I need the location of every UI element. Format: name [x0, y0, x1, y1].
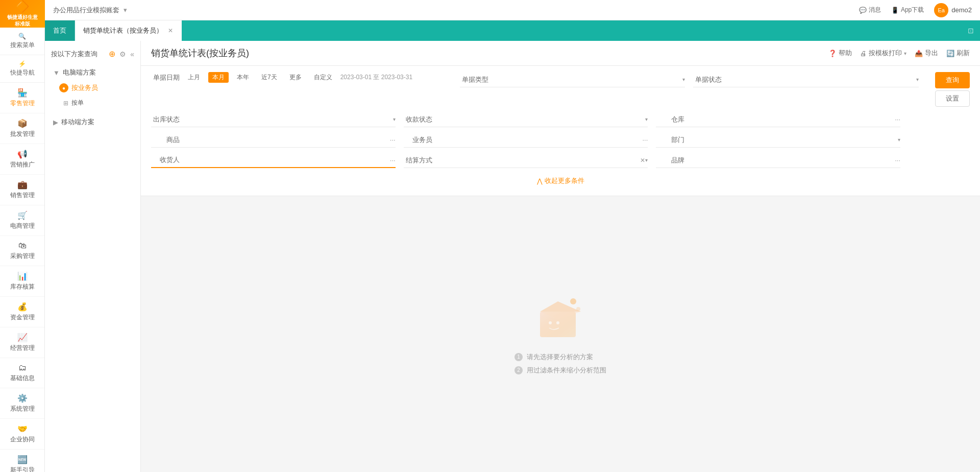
brand-filter[interactable]: 品牌 ··· — [656, 153, 900, 168]
scheme-group-desktop-title[interactable]: ▼ 电脑端方案 — [45, 65, 140, 80]
sidebar-item-newguide[interactable]: 🆕 新手引导 — [0, 450, 44, 472]
close-tab-icon[interactable]: ✕ — [168, 27, 173, 34]
receipt-label: 收款状态 — [404, 115, 432, 124]
sidebar-item-basic[interactable]: 🗂 基础信息 — [0, 358, 44, 388]
query-button[interactable]: 查询 — [935, 72, 970, 88]
page-title: 销货单统计表(按业务员) — [151, 47, 249, 59]
consignee-dots-icon[interactable]: ··· — [390, 156, 396, 164]
quicknav-label: 快捷导航 — [10, 68, 35, 77]
sidebar-item-quicknav[interactable]: ⚡ 快捷导航 — [0, 55, 44, 83]
consignee-filter[interactable]: 收货人 ··· — [151, 153, 396, 168]
export-label: 导出 — [925, 49, 938, 58]
purchase-icon: 🛍 — [18, 241, 27, 250]
help-label: 帮助 — [839, 49, 852, 58]
date-tab-custom[interactable]: 自定义 — [310, 72, 336, 83]
logo-icon: 🔶 — [15, 0, 29, 13]
scheme-group-mobile-title[interactable]: ▶ 移动端方案 — [45, 114, 140, 130]
date-tab-this-year[interactable]: 本年 — [233, 72, 253, 83]
logo-sub: 标准版 — [15, 20, 30, 28]
sidebar-item-ecommerce[interactable]: 🛒 电商管理 — [0, 205, 44, 236]
wholesale-icon: 📦 — [17, 119, 28, 128]
bill-type-filter[interactable]: 单据类型 ▾ — [460, 72, 685, 87]
add-scheme-icon[interactable]: ⊕ — [109, 49, 115, 59]
scheme-group-desktop: ▼ 电脑端方案 ● 按业务员 ⊞ 按单 — [45, 63, 140, 112]
template-print-button[interactable]: 🖨 按模板打印 ▾ — [860, 49, 906, 58]
consignee-label: 收货人 — [151, 155, 180, 164]
user-area[interactable]: Ea demo2 — [934, 3, 972, 17]
retail-icon: 🏪 — [17, 88, 28, 98]
refresh-button[interactable]: 🔄 刷新 — [946, 49, 970, 58]
date-tab-more[interactable]: 更多 — [285, 72, 306, 83]
scheme-item-by-order[interactable]: ⊞ 按单 — [45, 96, 140, 110]
sidebar-item-purchase[interactable]: 🛍 采购管理 — [0, 236, 44, 266]
refresh-label: 刷新 — [957, 49, 970, 58]
warehouse-dots-icon[interactable]: ··· — [895, 115, 900, 123]
salesman-label: 业务员 — [404, 135, 432, 145]
warehouse-filter[interactable]: 仓库 ··· — [656, 112, 900, 127]
department-filter[interactable]: 部门 ▾ — [656, 132, 900, 148]
export-icon: 📤 — [915, 50, 923, 57]
department-label: 部门 — [656, 135, 684, 145]
date-range-text: 2023-03-01 至 2023-03-31 — [340, 73, 412, 82]
message-action[interactable]: 💬 消息 — [859, 6, 881, 14]
goods-dots-icon[interactable]: ··· — [390, 136, 396, 144]
warehouse-label: 仓库 — [656, 115, 684, 124]
app-download-label: App下载 — [901, 6, 924, 14]
date-tab-this-month[interactable]: 本月 — [208, 72, 229, 83]
tab-home-label: 首页 — [53, 26, 66, 35]
sidebar-item-sales[interactable]: 💼 销售管理 — [0, 175, 44, 205]
tab-home[interactable]: 首页 — [45, 20, 75, 41]
app-download-action[interactable]: 📱 App下载 — [891, 6, 924, 14]
sidebar-item-finance[interactable]: 💰 资金管理 — [0, 297, 44, 327]
right-panel: 销货单统计表(按业务员) ❓ 帮助 🖨 按模板打印 ▾ 📤 导出 — [141, 41, 980, 472]
newguide-icon: 🆕 — [17, 455, 28, 464]
breadcrumb-text: 办公用品行业模拟账套 — [53, 6, 119, 15]
export-button[interactable]: 📤 导出 — [915, 49, 938, 58]
basic-icon: 🗂 — [18, 363, 27, 372]
settle-method-filter[interactable]: 结算方式 ✕ ▾ — [404, 153, 648, 168]
tabbar: 首页 销货单统计表（按业务员） ✕ ⊡ — [45, 20, 980, 41]
settings-scheme-icon[interactable]: ⚙ — [119, 50, 126, 58]
breadcrumb-dropdown-icon[interactable]: ▾ — [124, 6, 127, 14]
left-panel-title: 按以下方案查询 — [51, 50, 97, 59]
scheme-item-by-salesman[interactable]: ● 按业务员 — [45, 80, 140, 96]
sidebar-item-enterprise[interactable]: 🤝 企业协同 — [0, 419, 44, 450]
sidebar-item-retail[interactable]: 🏪 零售管理 — [0, 83, 44, 113]
goods-label: 商品 — [151, 135, 180, 145]
empty-tip-1: 1 请先选择要分析的方案 — [514, 350, 606, 364]
goods-filter[interactable]: 商品 ··· — [151, 132, 396, 148]
date-tab-last-month[interactable]: 上月 — [184, 72, 204, 83]
maximize-icon[interactable]: ⊡ — [968, 27, 974, 35]
svg-point-2 — [576, 307, 580, 311]
settings-button[interactable]: 设置 — [935, 90, 970, 107]
salesman-dots-icon[interactable]: ··· — [643, 136, 648, 144]
mobile-group-title-label: 移动端方案 — [61, 117, 94, 127]
date-tab-7days[interactable]: 近7天 — [257, 72, 281, 83]
bill-status-filter[interactable]: 单据状态 ▾ — [693, 72, 919, 87]
salesman-filter[interactable]: 业务员 ··· — [404, 132, 648, 148]
settle-clear-icon[interactable]: ✕ — [640, 157, 645, 164]
settle-method-label: 结算方式 — [404, 156, 432, 165]
sidebar-item-system[interactable]: ⚙️ 系统管理 — [0, 388, 44, 419]
inventory-icon: 📊 — [17, 271, 28, 281]
inventory-label: 库存核算 — [10, 282, 35, 291]
group-title-label: 电脑端方案 — [63, 68, 96, 77]
brand-dots-icon[interactable]: ··· — [895, 156, 900, 164]
collapse-bar[interactable]: ⋀ 收起更多条件 — [151, 172, 970, 190]
help-button[interactable]: ❓ 帮助 — [828, 49, 852, 58]
stock-out-filter[interactable]: 出库状态 ▾ — [151, 112, 396, 127]
sidebar-item-marketing[interactable]: 📢 营销推广 — [0, 144, 44, 175]
receipt-filter[interactable]: 收款状态 ▾ — [404, 112, 648, 127]
date-filter-row: 单据日期 上月 本月 本年 近7天 更多 自定义 2023-03-01 至 20… — [151, 72, 452, 83]
retail-label: 零售管理 — [10, 99, 35, 108]
search-label: 搜索菜单 — [10, 41, 35, 50]
sidebar-item-search[interactable]: 🔍 搜索菜单 — [0, 28, 44, 55]
sidebar-item-wholesale[interactable]: 📦 批发管理 — [0, 113, 44, 144]
sidebar-item-inventory[interactable]: 📊 库存核算 — [0, 266, 44, 297]
bill-type-dropdown-icon: ▾ — [682, 77, 685, 82]
tab-sales-stat[interactable]: 销货单统计表（按业务员） ✕ — [75, 20, 182, 41]
collapse-icon: ⋀ — [537, 177, 543, 185]
collapse-panel-icon[interactable]: « — [130, 50, 134, 58]
search-icon: 🔍 — [18, 33, 26, 40]
sidebar-item-operations[interactable]: 📈 经营管理 — [0, 327, 44, 358]
